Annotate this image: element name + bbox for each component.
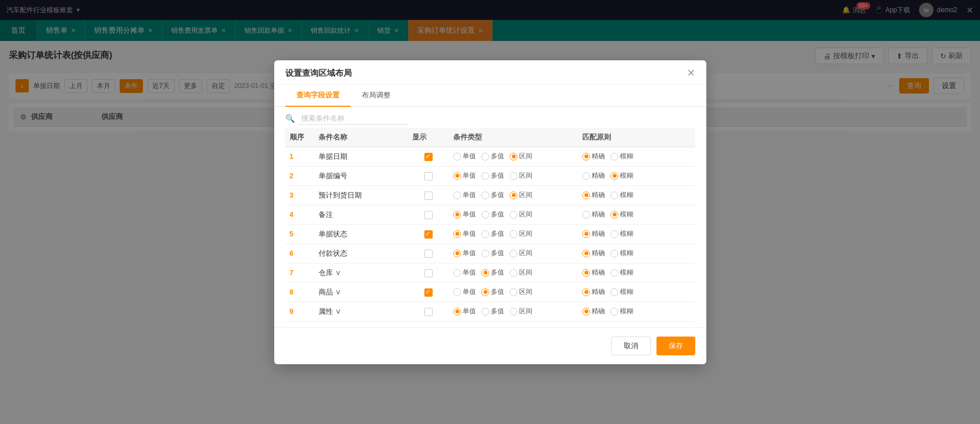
type-option-区间[interactable]: 区间: [510, 190, 532, 200]
radio-label: 多值: [491, 190, 504, 200]
rule-option-精确[interactable]: 精确: [582, 210, 605, 219]
row-display[interactable]: [408, 147, 449, 166]
row-display[interactable]: [408, 224, 449, 244]
display-checkbox[interactable]: [424, 192, 433, 200]
type-option-区间[interactable]: 区间: [510, 287, 532, 297]
row-display[interactable]: [408, 282, 449, 302]
type-option-多值[interactable]: 多值: [481, 152, 504, 161]
radio-label: 精确: [592, 307, 605, 316]
radio-circle: [610, 308, 618, 316]
type-option-多值[interactable]: 多值: [481, 249, 504, 258]
display-checkbox[interactable]: [424, 288, 433, 297]
type-option-单值[interactable]: 单值: [453, 229, 476, 239]
type-option-多值[interactable]: 多值: [481, 307, 504, 316]
radio-label: 多值: [491, 307, 504, 316]
type-option-单值[interactable]: 单值: [453, 190, 476, 200]
row-display[interactable]: [408, 166, 449, 185]
type-option-区间[interactable]: 区间: [510, 152, 532, 161]
modal-close-btn[interactable]: ✕: [687, 68, 695, 78]
radio-circle: [610, 250, 618, 257]
search-input[interactable]: [298, 112, 409, 125]
display-checkbox[interactable]: [424, 172, 433, 180]
rule-option-精确[interactable]: 精确: [582, 249, 605, 258]
radio-circle: [610, 192, 618, 199]
col-type-header: 条件类型: [449, 128, 578, 147]
display-checkbox[interactable]: [424, 269, 433, 277]
type-option-单值[interactable]: 单值: [453, 307, 476, 316]
type-option-单值[interactable]: 单值: [453, 152, 476, 161]
save-btn[interactable]: 保存: [656, 337, 695, 355]
radio-label: 多值: [491, 171, 504, 180]
radio-circle: [481, 269, 489, 277]
type-option-区间[interactable]: 区间: [510, 307, 532, 316]
row-display[interactable]: [408, 263, 449, 282]
row-name: 属性 ∨: [314, 302, 408, 321]
type-option-单值[interactable]: 单值: [453, 210, 476, 219]
rule-option-精确[interactable]: 精确: [582, 152, 605, 161]
rule-option-精确[interactable]: 精确: [582, 190, 605, 200]
rule-option-模糊[interactable]: 模糊: [610, 287, 633, 297]
table-row: 10有无商品图片单值多值区间精确模糊: [285, 321, 695, 327]
type-option-单值[interactable]: 单值: [453, 287, 476, 297]
type-option-多值[interactable]: 多值: [481, 268, 504, 277]
modal-header: 设置查询区域布局 ✕: [274, 60, 706, 85]
radio-circle: [481, 308, 489, 316]
row-display[interactable]: [408, 205, 449, 224]
rule-option-模糊[interactable]: 模糊: [610, 190, 633, 200]
radio-label: 精确: [592, 268, 605, 277]
type-option-单值[interactable]: 单值: [453, 171, 476, 180]
type-option-区间[interactable]: 区间: [510, 268, 532, 277]
rule-option-模糊[interactable]: 模糊: [610, 171, 633, 180]
type-option-区间[interactable]: 区间: [510, 249, 532, 258]
type-option-多值[interactable]: 多值: [481, 171, 504, 180]
modal-tab-query[interactable]: 查询字段设置: [285, 85, 351, 107]
rule-option-模糊[interactable]: 模糊: [610, 249, 633, 258]
table-row: 7仓库 ∨单值多值区间精确模糊: [285, 263, 695, 282]
row-type: 单值多值区间: [449, 147, 578, 166]
type-option-多值[interactable]: 多值: [481, 190, 504, 200]
radio-label: 模糊: [620, 229, 633, 239]
modal-table-wrap: 顺序 条件名称 显示 条件类型 匹配原则 1单据日期单值多值区间精确模糊2单据编…: [274, 128, 706, 327]
row-display[interactable]: [408, 302, 449, 321]
radio-label: 多值: [491, 152, 504, 161]
row-rule: 精确模糊: [578, 224, 695, 244]
display-checkbox[interactable]: [424, 153, 433, 161]
rule-option-精确[interactable]: 精确: [582, 307, 605, 316]
type-option-多值[interactable]: 多值: [481, 287, 504, 297]
type-option-区间[interactable]: 区间: [510, 171, 532, 180]
rule-option-模糊[interactable]: 模糊: [610, 152, 633, 161]
rule-option-模糊[interactable]: 模糊: [610, 268, 633, 277]
type-option-单值[interactable]: 单值: [453, 249, 476, 258]
rule-option-精确[interactable]: 精确: [582, 171, 605, 180]
row-display[interactable]: [408, 321, 449, 327]
rule-option-精确[interactable]: 精确: [582, 287, 605, 297]
cancel-btn[interactable]: 取消: [611, 337, 651, 355]
rule-option-模糊[interactable]: 模糊: [610, 210, 633, 219]
type-option-多值[interactable]: 多值: [481, 210, 504, 219]
radio-circle: [510, 308, 517, 316]
display-checkbox[interactable]: [424, 211, 433, 219]
row-rule: 精确模糊: [578, 302, 695, 321]
type-option-区间[interactable]: 区间: [510, 210, 532, 219]
row-seq: 10: [285, 321, 315, 327]
row-display[interactable]: [408, 185, 449, 205]
type-option-单值[interactable]: 单值: [453, 268, 476, 277]
radio-circle: [510, 269, 517, 277]
modal-footer: 取消 保存: [274, 327, 706, 364]
rule-option-模糊[interactable]: 模糊: [610, 307, 633, 316]
row-seq: 9: [285, 302, 315, 321]
type-option-区间[interactable]: 区间: [510, 229, 532, 239]
rule-option-模糊[interactable]: 模糊: [610, 229, 633, 239]
row-display[interactable]: [408, 244, 449, 263]
type-option-多值[interactable]: 多值: [481, 229, 504, 239]
display-checkbox[interactable]: [424, 308, 433, 316]
radio-circle: [453, 192, 461, 199]
radio-label: 单值: [463, 171, 476, 180]
radio-label: 模糊: [620, 171, 633, 180]
display-checkbox[interactable]: [424, 230, 433, 239]
radio-label: 多值: [491, 210, 504, 219]
rule-option-精确[interactable]: 精确: [582, 229, 605, 239]
display-checkbox[interactable]: [424, 250, 433, 258]
rule-option-精确[interactable]: 精确: [582, 268, 605, 277]
modal-tab-layout[interactable]: 布局调整: [351, 85, 402, 107]
